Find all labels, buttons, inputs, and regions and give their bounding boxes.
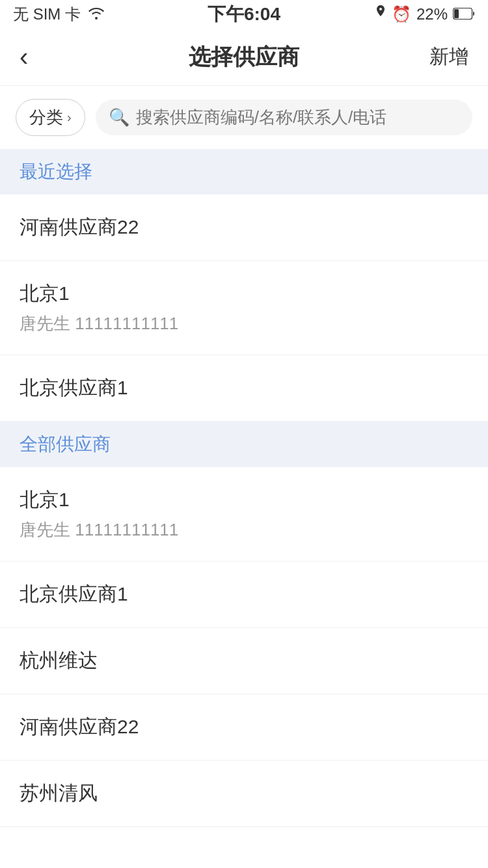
item-sub: 唐先生 11111111111 (20, 312, 468, 335)
recent-section-header: 最近选择 (0, 149, 488, 195)
search-input[interactable] (136, 107, 459, 128)
item-name: 河南供应商22 (20, 214, 468, 241)
carrier-label: 无 SIM 卡 (13, 4, 81, 25)
battery-label: 22% (416, 5, 448, 23)
status-time: 下午6:04 (208, 2, 280, 27)
add-button[interactable]: 新增 (429, 44, 468, 70)
list-item[interactable]: 河南供应商22 (0, 195, 488, 261)
list-item[interactable]: 杭州维达 (0, 628, 488, 694)
recent-label: 最近选择 (20, 161, 92, 182)
recent-items-list: 河南供应商22北京1唐先生 11111111111北京供应商1 (0, 195, 488, 422)
list-item[interactable]: 北京1唐先生 11111111111 (0, 467, 488, 562)
list-item[interactable]: 河南供应商22 (0, 694, 488, 761)
location-icon (375, 5, 386, 23)
chevron-right-icon: › (67, 110, 72, 125)
battery-icon (453, 5, 475, 23)
nav-bar: ‹ 选择供应商 新增 (0, 29, 488, 86)
search-box: 🔍 (96, 100, 472, 135)
wifi-icon (87, 5, 105, 23)
status-left: 无 SIM 卡 (13, 4, 105, 25)
alarm-icon: ⏰ (392, 5, 411, 23)
list-item[interactable]: 北京1唐先生 11111111111 (0, 261, 488, 355)
category-label: 分类 (29, 106, 63, 129)
page-title: 选择供应商 (59, 42, 429, 72)
back-icon: ‹ (20, 42, 28, 71)
item-name: 杭州维达 (20, 647, 468, 674)
category-filter-button[interactable]: 分类 › (16, 99, 85, 136)
item-name: 北京1 (20, 280, 468, 307)
item-name: 北京1 (20, 487, 468, 513)
search-icon: 🔍 (109, 107, 129, 128)
item-name: 苏州清风 (20, 780, 468, 807)
svg-rect-1 (454, 9, 459, 18)
list-item[interactable]: 北京供应商1 (0, 355, 488, 422)
back-button[interactable]: ‹ (20, 42, 59, 72)
all-items-list: 北京1唐先生 11111111111北京供应商1杭州维达河南供应商22苏州清风 (0, 467, 488, 827)
list-item[interactable]: 北京供应商1 (0, 562, 488, 628)
all-label: 全部供应商 (20, 434, 111, 454)
list-item[interactable]: 苏州清风 (0, 761, 488, 827)
item-name: 北京供应商1 (20, 581, 468, 608)
status-right: ⏰ 22% (375, 5, 475, 23)
all-section-header: 全部供应商 (0, 422, 488, 467)
item-name: 河南供应商22 (20, 714, 468, 740)
item-name: 北京供应商1 (20, 375, 468, 401)
filter-bar: 分类 › 🔍 (0, 86, 488, 149)
status-bar: 无 SIM 卡 下午6:04 ⏰ 22% (0, 0, 488, 29)
item-sub: 唐先生 11111111111 (20, 519, 468, 541)
